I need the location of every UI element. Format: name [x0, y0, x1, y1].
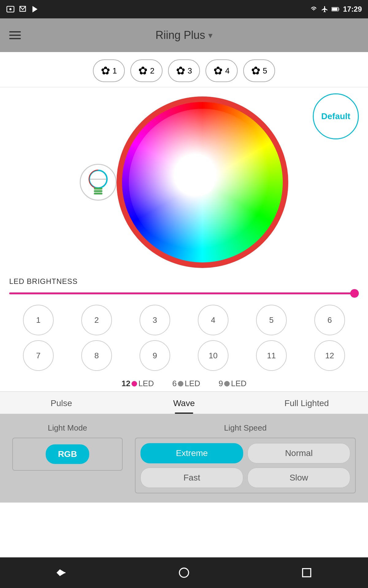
speed-fast-button[interactable]: Fast [140, 468, 243, 488]
mail-icon [18, 5, 27, 13]
play-icon [31, 5, 39, 13]
app-header: Riing Plus ▾ [0, 18, 368, 52]
default-label: Default [321, 111, 351, 121]
color-wheel-inner[interactable] [129, 109, 276, 256]
home-icon [178, 567, 190, 579]
svg-rect-15 [303, 569, 311, 577]
speed-slow-button[interactable]: Slow [247, 468, 350, 488]
fan-icon-5: ✿ [251, 64, 260, 77]
led-circle-5[interactable]: 5 [256, 305, 287, 335]
svg-marker-2 [33, 6, 37, 13]
led-circle-3[interactable]: 3 [140, 305, 170, 335]
airplane-icon [321, 6, 328, 13]
led-circle-12[interactable]: 12 [314, 340, 345, 371]
fan-tab-1[interactable]: ✿ 1 [93, 59, 125, 82]
fan-tab-5[interactable]: ✿ 5 [243, 59, 275, 82]
color-wheel-center [190, 170, 215, 194]
led-6-dot [178, 381, 183, 386]
led-9-dot [224, 381, 230, 386]
light-mode-label: Light Mode [12, 423, 123, 433]
led-circle-4[interactable]: 4 [198, 305, 228, 335]
rgb-button[interactable]: RGB [46, 444, 89, 464]
fan-tab-2[interactable]: ✿ 2 [130, 59, 162, 82]
screenshot-icon [6, 5, 15, 13]
speed-normal-button[interactable]: Normal [247, 443, 350, 463]
fan-tab-label-1: 1 [113, 66, 117, 76]
header-title-container: Riing Plus ▾ [155, 29, 213, 42]
default-button[interactable]: Default [313, 93, 359, 139]
led-row-1: 1 2 3 4 5 6 [9, 305, 359, 335]
fan-tab-label-5: 5 [263, 66, 267, 76]
status-bar: 17:29 [0, 0, 368, 18]
status-bar-right: 17:29 [309, 5, 362, 13]
led-circle-7[interactable]: 7 [23, 340, 54, 371]
fan-icon-1: ✿ [101, 64, 110, 77]
brightness-section: LED BRIGHTNESS [0, 271, 368, 299]
battery-icon [332, 6, 340, 12]
led-options: 12 LED 6 LED 9 LED [0, 374, 368, 391]
led-circle-6[interactable]: 6 [314, 305, 345, 335]
led-12-number: 12 [121, 379, 130, 388]
fan-icon-4: ✿ [213, 64, 223, 77]
light-controls: Light Mode RGB Light Speed Extreme Norma… [0, 414, 368, 503]
fan-tab-label-4: 4 [225, 66, 229, 76]
bulb-icon[interactable] [80, 164, 117, 201]
light-speed-label: Light Speed [135, 423, 356, 433]
fan-icon-2: ✿ [138, 64, 148, 77]
led-row-2: 7 8 9 10 11 12 [9, 340, 359, 371]
svg-rect-4 [332, 8, 337, 11]
time-display: 17:29 [343, 5, 362, 13]
recents-button[interactable] [297, 564, 316, 582]
led-grid: 1 2 3 4 5 6 7 8 9 10 11 12 [0, 299, 368, 374]
led-option-12[interactable]: 12 LED [121, 379, 154, 388]
fan-tab-label-2: 2 [150, 66, 154, 76]
tab-pulse[interactable]: Pulse [0, 392, 123, 414]
light-speed-grid: Extreme Normal Fast Slow [135, 438, 356, 493]
hamburger-menu[interactable] [9, 31, 21, 39]
svg-rect-9 [94, 190, 102, 192]
fan-icon-3: ✿ [176, 64, 185, 77]
brightness-slider[interactable] [9, 292, 359, 294]
led-circle-10[interactable]: 10 [198, 340, 228, 371]
svg-point-1 [10, 8, 12, 10]
light-mode-box: Light Mode RGB [12, 423, 123, 493]
color-area: Default [0, 87, 368, 271]
fan-tab-4[interactable]: ✿ 4 [205, 59, 237, 82]
color-wheel-container[interactable] [117, 96, 288, 268]
back-button[interactable] [52, 564, 71, 582]
recents-icon [301, 567, 313, 579]
fan-tab-label-3: 3 [188, 66, 192, 76]
light-mode-inner: RGB [12, 438, 123, 471]
svg-rect-8 [94, 188, 102, 190]
status-bar-left [6, 5, 39, 13]
brightness-label: LED BRIGHTNESS [9, 277, 359, 286]
home-button[interactable] [175, 564, 193, 582]
back-icon [55, 567, 67, 579]
led-9-number: 9 [219, 379, 223, 388]
svg-point-14 [179, 568, 189, 577]
dropdown-arrow-icon[interactable]: ▾ [208, 30, 213, 40]
led-circle-9[interactable]: 9 [140, 340, 170, 371]
led-circle-8[interactable]: 8 [81, 340, 112, 371]
bulb-svg [86, 168, 110, 196]
fan-tab-3[interactable]: ✿ 3 [168, 59, 200, 82]
wave-tabs: Pulse Wave Full Lighted [0, 391, 368, 414]
fan-tab-bar: ✿ 1 ✿ 2 ✿ 3 ✿ 4 ✿ 5 [0, 52, 368, 87]
led-12-label: LED [138, 379, 154, 388]
led-6-number: 6 [172, 379, 177, 388]
led-option-9[interactable]: 9 LED [219, 379, 247, 388]
led-circle-2[interactable]: 2 [81, 305, 112, 335]
light-speed-box: Light Speed Extreme Normal Fast Slow [135, 423, 356, 493]
app-title: Riing Plus [155, 29, 205, 42]
speed-extreme-button[interactable]: Extreme [140, 443, 243, 463]
led-6-label: LED [185, 379, 200, 388]
color-wheel-outer[interactable] [117, 96, 288, 268]
led-12-dot [132, 381, 137, 386]
svg-rect-10 [94, 193, 102, 194]
bottom-navigation [0, 557, 368, 588]
tab-wave[interactable]: Wave [123, 392, 245, 414]
tab-full-lighted[interactable]: Full Lighted [245, 392, 368, 414]
led-circle-1[interactable]: 1 [23, 305, 54, 335]
led-circle-11[interactable]: 11 [256, 340, 287, 371]
led-option-6[interactable]: 6 LED [172, 379, 200, 388]
